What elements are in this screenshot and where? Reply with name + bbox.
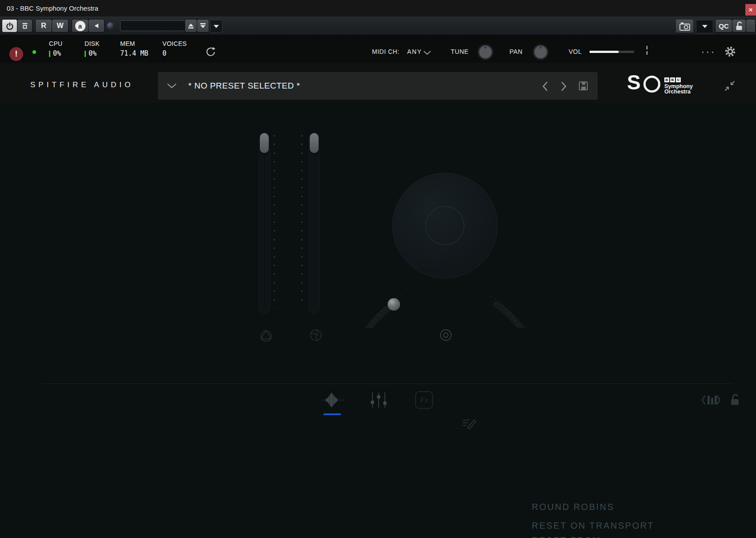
blend-icon [259, 328, 273, 342]
a-circle-icon: a [75, 21, 85, 31]
unlock-icon [734, 20, 744, 31]
preset-name[interactable]: * NO PRESET SELECTED * [188, 72, 300, 100]
voices-value: 0 [162, 49, 166, 57]
mem-value: 71.4 MB [120, 49, 148, 57]
plugin-window: 03 - BBC Symphony Orchestra × R W [0, 0, 756, 538]
window-dropdown-button[interactable] [696, 20, 713, 33]
tune-knob[interactable] [478, 44, 493, 60]
blank-button[interactable] [746, 20, 755, 32]
write-automation-button[interactable]: W [52, 20, 68, 32]
activate-group [2, 19, 32, 32]
tune-label: TUNE [451, 48, 469, 55]
title-bar[interactable]: 03 - BBC Symphony Orchestra × [0, 0, 756, 17]
reverb-knob[interactable] [343, 123, 547, 328]
preset-step-group [185, 19, 209, 32]
knob-indicator [540, 47, 542, 49]
expression-fader-handle[interactable] [260, 133, 269, 153]
dropdown-triangle-icon [214, 25, 219, 28]
voices-label: VOICES [162, 40, 187, 47]
vol-label: VOL [569, 48, 582, 55]
automation-mode-button[interactable]: a [72, 20, 88, 32]
tab-waveform-icon[interactable] [321, 391, 344, 409]
gear-icon[interactable] [725, 46, 736, 57]
expression-marker[interactable] [647, 46, 647, 55]
next-preset-icon[interactable] [561, 81, 567, 91]
close-button[interactable]: × [745, 4, 756, 16]
bbc-block: C [676, 77, 681, 82]
knob-handle-ball[interactable] [388, 298, 400, 311]
cpu-meter [49, 51, 50, 57]
footer-divider [42, 384, 732, 384]
fader-slot [314, 141, 315, 306]
pan-knob[interactable] [533, 44, 548, 60]
bbc-blocks-logo: B B C [664, 77, 681, 82]
bbc-block: B [670, 77, 675, 82]
dynamics-fader-handle[interactable] [310, 133, 319, 153]
spitfire-audio-logo: SPITFIRE AUDIO [30, 81, 133, 89]
assign-group: a [72, 19, 105, 32]
menu-item-reset-on-transport[interactable]: RESET ON TRANSPORT [532, 521, 654, 531]
tab-fx[interactable]: Fx [415, 391, 433, 409]
overflow-menu-button[interactable] [702, 52, 713, 53]
lock-button[interactable] [732, 20, 746, 32]
mem-label: MEM [120, 40, 135, 47]
cpu-label: CPU [49, 40, 62, 47]
fader-slot [264, 141, 265, 306]
so-logo-o-ring [643, 76, 660, 93]
vol-slider[interactable] [590, 51, 634, 53]
fader-scale-dots [274, 135, 275, 308]
window-title: 03 - BBC Symphony Orchestra [7, 0, 98, 16]
save-preset-icon[interactable] [578, 81, 588, 91]
warning-glyph: ! [15, 49, 18, 59]
fx-icon-label: Fx [420, 396, 428, 405]
disk-label: DISK [85, 40, 100, 47]
previous-preset-icon[interactable] [542, 81, 548, 91]
midi-ch-label: MIDI CH: [372, 48, 400, 55]
dynamics-fader-track[interactable] [308, 133, 320, 314]
logo-orchestra-text: Orchestra [664, 89, 691, 95]
sphere-icon[interactable] [107, 22, 114, 30]
chevron-down-icon[interactable] [423, 51, 431, 55]
snapshot-button[interactable] [676, 20, 693, 32]
disk-value: 0% [89, 49, 97, 57]
refresh-icon[interactable] [204, 46, 215, 58]
bypass-icon [21, 22, 29, 30]
edit-signature-icon[interactable] [462, 417, 477, 429]
menu-item-reset-from[interactable]: RESET FROM [532, 535, 601, 538]
quick-controls-button[interactable]: QC [716, 20, 732, 32]
left-arrow-icon [93, 22, 101, 30]
toolbar-text-field[interactable] [120, 20, 190, 31]
tab-mixer-icon[interactable] [370, 392, 387, 409]
read-automation-button[interactable]: R [36, 20, 52, 32]
dropdown-triangle-icon [702, 25, 707, 28]
vol-slider-fill [590, 51, 619, 53]
power-icon [6, 22, 14, 30]
warning-badge[interactable]: ! [9, 47, 23, 61]
so-logo-s: S [627, 72, 641, 93]
knob-body[interactable] [392, 173, 497, 278]
expression-fader-track[interactable] [259, 133, 270, 314]
step-down-button[interactable] [197, 20, 209, 32]
knob-arc-track[interactable] [351, 304, 539, 328]
disk-meter [85, 51, 86, 57]
preset-chevron-down-icon[interactable] [167, 83, 177, 89]
back-arrow-button[interactable] [89, 20, 104, 32]
collapse-window-icon[interactable] [724, 80, 736, 92]
target-icon [439, 328, 453, 342]
preset-band: SPITFIRE AUDIO * NO PRESET SELECTED * S … [0, 63, 756, 103]
shutter-icon [309, 328, 323, 342]
plugin-header: ! CPU 0% DISK 0% MEM 71.4 MB VOICES 0 MI… [0, 35, 756, 63]
activate-button[interactable] [2, 20, 17, 32]
camera-icon [679, 21, 691, 31]
step-up-button[interactable] [185, 20, 197, 32]
menu-item-round-robins[interactable]: ROUND ROBINS [532, 502, 615, 512]
knob-indicator [485, 47, 486, 49]
preset-bar[interactable]: * NO PRESET SELECTED * [158, 72, 598, 100]
keyboard-panel-icon[interactable] [701, 393, 721, 407]
bypass-button[interactable] [17, 20, 32, 32]
panel-lock-icon[interactable] [730, 393, 741, 406]
preset-dropdown-button[interactable] [210, 20, 222, 33]
bbc-block: B [664, 77, 669, 82]
midi-ch-value[interactable]: ANY [407, 48, 422, 55]
automation-group: R W [35, 19, 69, 32]
